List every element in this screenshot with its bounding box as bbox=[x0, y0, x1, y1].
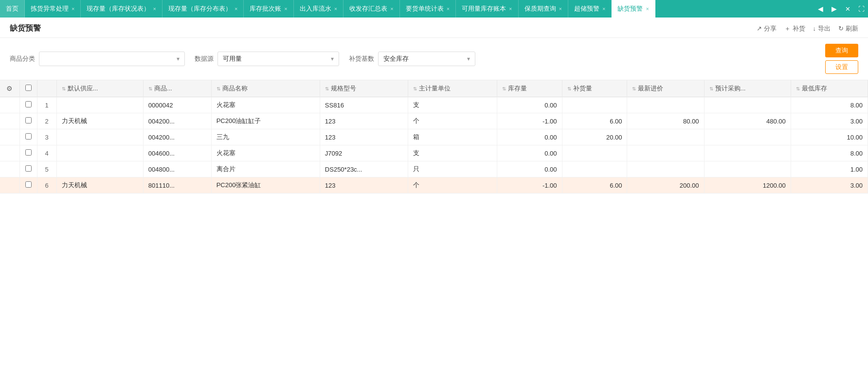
row-checkbox-cell bbox=[19, 145, 37, 161]
row-est-purchase bbox=[704, 161, 791, 177]
row-product-name: PC200油缸缸子 bbox=[211, 113, 320, 129]
refresh-button[interactable]: ↻ 刷新 bbox=[838, 24, 858, 33]
row-spec: 123 bbox=[320, 129, 408, 145]
tab-close-icon[interactable]: × bbox=[72, 6, 74, 12]
export-icon: ↓ bbox=[813, 25, 816, 32]
row-checkbox-cell bbox=[19, 129, 37, 145]
row-product-code: 004200... bbox=[143, 129, 211, 145]
tab-close-icon[interactable]: × bbox=[153, 6, 156, 12]
row-checkbox[interactable] bbox=[25, 165, 32, 172]
row-latest-price bbox=[627, 129, 704, 145]
row-supplier bbox=[56, 129, 143, 145]
tab-label: 现存量（库存状况表） bbox=[87, 4, 150, 13]
settings-button[interactable]: 设置 bbox=[825, 60, 858, 74]
category-select[interactable]: ▾ bbox=[39, 52, 185, 66]
tab-item-overstock[interactable]: 超储预警× bbox=[568, 0, 612, 18]
tab-close-icon[interactable]: × bbox=[447, 6, 450, 12]
tab-close-all-button[interactable]: ✕ bbox=[841, 0, 854, 18]
select-all-checkbox[interactable] bbox=[25, 85, 32, 91]
share-button[interactable]: ↗ 分享 bbox=[757, 24, 777, 33]
tab-item-receipt-summary[interactable]: 收发存汇总表× bbox=[344, 0, 399, 18]
tab-item-inventory-dist[interactable]: 现存量（库存分布表）× bbox=[163, 0, 244, 18]
tab-close-icon[interactable]: × bbox=[509, 6, 512, 12]
query-button[interactable]: 查询 bbox=[825, 44, 858, 57]
tab-fullscreen-button[interactable]: ⛶ bbox=[854, 0, 868, 18]
row-gear-cell bbox=[0, 145, 19, 161]
restock-base-filter-group: 补货基数 安全库存 ▾ bbox=[349, 52, 475, 66]
header-actions: ↗ 分享 ＋ 补货 ↓ 导出 ↻ 刷新 bbox=[757, 24, 859, 33]
row-product-code: 0000042 bbox=[143, 97, 211, 113]
row-latest-price: 80.00 bbox=[627, 113, 704, 129]
tab-item-in-out-flow[interactable]: 出入库流水× bbox=[294, 0, 344, 18]
row-supplier bbox=[56, 145, 143, 161]
export-button[interactable]: ↓ 导出 bbox=[813, 24, 831, 33]
row-unit: 支 bbox=[408, 145, 497, 161]
row-checkbox[interactable] bbox=[25, 133, 32, 140]
row-min-stock: 8.00 bbox=[791, 97, 868, 113]
col-min-stock: ⇅最低库存 bbox=[791, 80, 868, 97]
table-row: 5004800...离合片DS250*23c...只0.001.00 bbox=[0, 161, 868, 177]
row-gear-cell bbox=[0, 129, 19, 145]
col-row-num bbox=[37, 80, 56, 97]
tab-close-icon[interactable]: × bbox=[390, 6, 393, 12]
tab-label: 可用量库存账本 bbox=[462, 4, 506, 13]
col-settings[interactable]: ⚙ bbox=[0, 80, 19, 97]
category-label: 商品分类 bbox=[10, 54, 35, 63]
tab-label: 保质期查询 bbox=[524, 4, 556, 13]
tab-close-icon[interactable]: × bbox=[602, 6, 605, 12]
row-est-purchase: 1200.00 bbox=[704, 177, 791, 194]
tab-close-icon[interactable]: × bbox=[334, 6, 337, 12]
datasource-filter-group: 数据源 可用量 ▾ bbox=[195, 52, 339, 66]
row-latest-price bbox=[627, 161, 704, 177]
col-unit: ⇅主计量单位 bbox=[408, 80, 497, 97]
col-supplier: ⇅默认供应... bbox=[56, 80, 143, 97]
tab-item-exception[interactable]: 拣货异常处理× bbox=[25, 0, 81, 18]
col-restock-qty: ⇅补货量 bbox=[562, 80, 627, 97]
row-unit: 只 bbox=[408, 161, 497, 177]
tab-close-icon[interactable]: × bbox=[235, 6, 237, 12]
share-label: 分享 bbox=[764, 24, 777, 33]
col-product-code: ⇅商品... bbox=[143, 80, 211, 97]
row-spec: DS250*23c... bbox=[320, 161, 408, 177]
share-icon: ↗ bbox=[757, 25, 762, 32]
row-number: 1 bbox=[37, 97, 56, 113]
tab-item-expiry-query[interactable]: 保质期查询× bbox=[519, 0, 568, 18]
row-restock-qty bbox=[562, 145, 627, 161]
page-title: 缺货预警 bbox=[10, 23, 41, 34]
tab-close-icon[interactable]: × bbox=[646, 6, 649, 12]
filter-actions: 查询 设置 bbox=[825, 44, 858, 74]
row-spec: 123 bbox=[320, 113, 408, 129]
datasource-value: 可用量 bbox=[223, 54, 242, 63]
restock-button[interactable]: ＋ 补货 bbox=[784, 24, 805, 33]
tab-item-batch-account[interactable]: 库存批次账× bbox=[244, 0, 293, 18]
row-checkbox[interactable] bbox=[25, 149, 32, 156]
tab-item-inventory-status[interactable]: 现存量（库存状况表）× bbox=[81, 0, 162, 18]
row-checkbox-cell bbox=[19, 113, 37, 129]
row-restock-qty bbox=[562, 161, 627, 177]
category-filter-group: 商品分类 ▾ bbox=[10, 52, 185, 66]
filter-area: 商品分类 ▾ 数据源 可用量 ▾ 补货基数 安全库存 ▾ 查询 设置 bbox=[0, 38, 868, 80]
tab-item-home[interactable]: 首页 bbox=[0, 0, 25, 18]
gear-icon[interactable]: ⚙ bbox=[5, 84, 14, 93]
tab-prev-button[interactable]: ◀ bbox=[814, 0, 827, 18]
row-checkbox[interactable] bbox=[25, 101, 32, 107]
tab-close-icon[interactable]: × bbox=[284, 6, 287, 12]
row-min-stock: 3.00 bbox=[791, 177, 868, 194]
refresh-icon: ↻ bbox=[838, 25, 844, 32]
tab-label: 首页 bbox=[6, 4, 18, 13]
row-spec: SS816 bbox=[320, 97, 408, 113]
row-checkbox[interactable] bbox=[25, 117, 32, 123]
row-restock-qty: 6.00 bbox=[562, 113, 627, 129]
tab-item-available-ledger[interactable]: 可用量库存账本× bbox=[456, 0, 518, 18]
row-checkbox[interactable] bbox=[25, 181, 32, 188]
tab-close-icon[interactable]: × bbox=[559, 6, 562, 12]
tab-item-demand-stat[interactable]: 要货单统计表× bbox=[400, 0, 456, 18]
row-latest-price: 200.00 bbox=[627, 177, 704, 194]
row-product-code: 004800... bbox=[143, 161, 211, 177]
tab-next-button[interactable]: ▶ bbox=[827, 0, 841, 18]
row-product-name: 三九 bbox=[211, 129, 320, 145]
datasource-select[interactable]: 可用量 ▾ bbox=[217, 52, 339, 66]
tab-item-shortage[interactable]: 缺货预警× bbox=[612, 0, 655, 18]
restock-base-select[interactable]: 安全库存 ▾ bbox=[378, 52, 475, 66]
page-header: 缺货预警 ↗ 分享 ＋ 补货 ↓ 导出 ↻ 刷新 bbox=[0, 18, 868, 38]
